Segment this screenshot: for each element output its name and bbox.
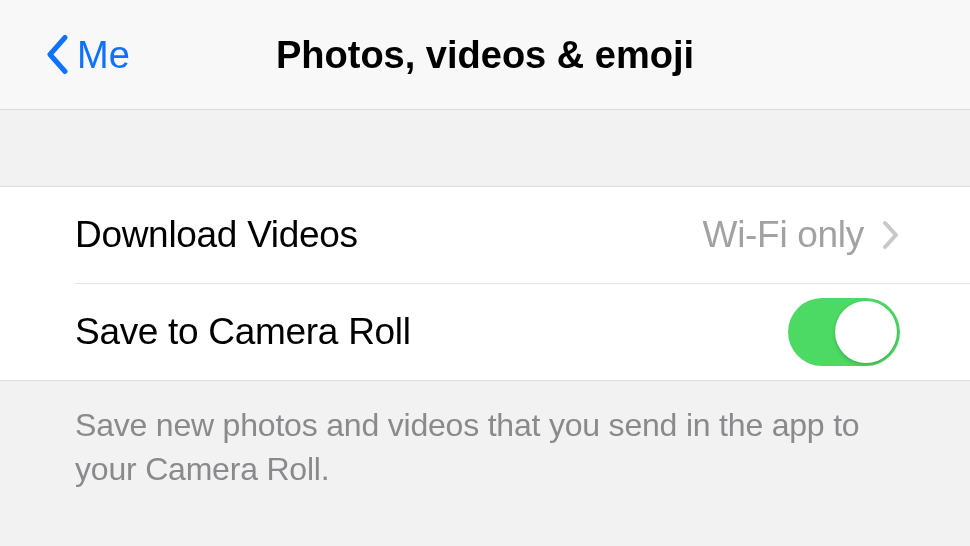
page-title: Photos, videos & emoji — [276, 33, 694, 76]
back-button[interactable]: Me — [45, 33, 130, 76]
save-camera-roll-toggle[interactable] — [788, 298, 900, 366]
chevron-left-icon — [45, 35, 69, 75]
download-videos-row[interactable]: Download Videos Wi-Fi only — [0, 187, 970, 283]
settings-group: Download Videos Wi-Fi only Save to Camer… — [0, 187, 970, 380]
section-footer-text: Save new photos and videos that you send… — [0, 381, 970, 491]
section-spacer — [0, 110, 970, 187]
chevron-right-icon — [882, 220, 900, 250]
navigation-bar: Me Photos, videos & emoji — [0, 0, 970, 110]
download-videos-label: Download Videos — [75, 214, 358, 256]
row-right: Wi-Fi only — [703, 214, 900, 256]
save-camera-roll-row: Save to Camera Roll — [0, 284, 970, 380]
download-videos-value: Wi-Fi only — [703, 214, 864, 256]
back-label: Me — [77, 33, 130, 76]
save-camera-roll-label: Save to Camera Roll — [75, 311, 411, 353]
toggle-knob — [835, 301, 897, 363]
